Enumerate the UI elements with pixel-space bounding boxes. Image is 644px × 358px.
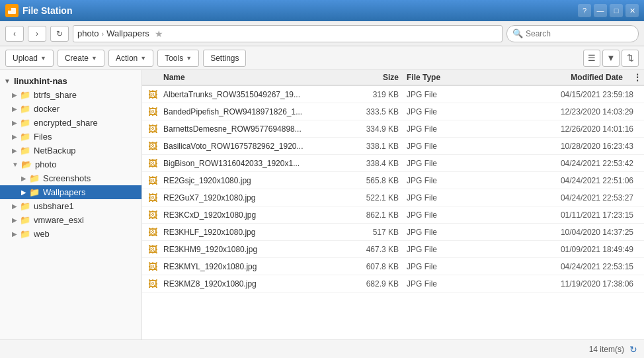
file-name: RE3KMZ8_1920x1080.jpg	[163, 279, 341, 289]
file-type: JPG File	[407, 90, 493, 99]
list-view-button[interactable]: ☰	[583, 50, 600, 67]
sidebar-item-usbshare[interactable]: ▶ 📁 usbshare1	[0, 199, 141, 213]
file-date: 01/11/2021 17:23:15	[493, 210, 644, 220]
table-row[interactable]: 🖼 BandedPipefish_ROW9418971826_1... 333.…	[142, 103, 644, 120]
table-row[interactable]: 🖼 RE3KMZ8_1920x1080.jpg 682.9 KB JPG Fil…	[142, 275, 644, 292]
tools-button[interactable]: Tools ▼	[157, 50, 199, 67]
refresh-button[interactable]: ↻	[50, 26, 69, 42]
file-date: 11/19/2020 17:38:06	[493, 279, 644, 289]
create-label: Create	[65, 54, 89, 63]
table-row[interactable]: 🖼 RE2GuX7_1920x1080.jpg 522.1 KB JPG Fil…	[142, 189, 644, 206]
col-header-date[interactable]: Modified Date	[493, 73, 633, 82]
folder-icon-web: 📁	[20, 229, 30, 239]
file-date: 04/24/2021 22:53:27	[493, 193, 644, 202]
forward-button[interactable]: ›	[28, 26, 46, 42]
encrypted-arrow: ▶	[12, 119, 17, 126]
file-size: 862.1 KB	[341, 210, 407, 220]
sidebar-label-usbshare: usbshare1	[34, 201, 74, 211]
table-row[interactable]: 🖼 RE3KHLF_1920x1080.jpg 517 KB JPG File …	[142, 224, 644, 241]
sidebar-item-encrypted-share[interactable]: ▶ 📁 encrypted_share	[0, 116, 141, 130]
sidebar-label-screenshots: Screenshots	[43, 173, 91, 183]
view-more-button[interactable]: ▼	[602, 50, 620, 67]
file-name: BarnettsDemesne_ROW9577694898...	[163, 124, 341, 134]
table-row[interactable]: 🖼 RE3KCxD_1920x1080.jpg 862.1 KB JPG Fil…	[142, 206, 644, 224]
sidebar-item-screenshots[interactable]: ▶ 📁 Screenshots	[0, 171, 141, 185]
folder-icon-docker: 📁	[20, 104, 30, 114]
file-icon: 🖼	[142, 261, 163, 272]
usbshare-arrow: ▶	[12, 202, 17, 210]
sidebar-item-web[interactable]: ▶ 📁 web	[0, 227, 141, 241]
table-row[interactable]: 🖼 BigBison_ROW1316042033_1920x1... 338.4…	[142, 155, 644, 172]
file-date: 10/04/2020 14:37:25	[493, 228, 644, 237]
btrfs-arrow: ▶	[12, 91, 17, 99]
file-name: RE2Gsjc_1920x1080.jpg	[163, 176, 341, 185]
create-button[interactable]: Create ▼	[58, 50, 104, 67]
root-arrow: ▼	[4, 77, 11, 85]
screenshots-arrow: ▶	[21, 175, 26, 182]
file-name: BigBison_ROW1316042033_1920x1...	[163, 159, 341, 168]
search-icon: 🔍	[512, 28, 523, 38]
sidebar-item-photo[interactable]: ▼ 📂 photo	[0, 157, 141, 171]
table-row[interactable]: 🖼 AlbertaTrunks_ROW3515049267_19... 319 …	[142, 86, 644, 103]
col-header-size[interactable]: Size	[341, 73, 407, 82]
file-size: 522.1 KB	[341, 193, 407, 202]
table-row[interactable]: 🖼 RE2Gsjc_1920x1080.jpg 565.8 KB JPG Fil…	[142, 172, 644, 189]
tools-chevron: ▼	[186, 55, 192, 62]
file-type: JPG File	[407, 124, 493, 134]
svg-rect-1	[8, 8, 11, 11]
refresh-status-button[interactable]: ↻	[629, 344, 637, 355]
web-arrow: ▶	[12, 230, 17, 238]
file-name: RE2GuX7_1920x1080.jpg	[163, 193, 341, 202]
sidebar-label-photo: photo	[35, 159, 57, 169]
sidebar-item-btrfs-share[interactable]: ▶ 📁 btrfs_share	[0, 88, 141, 102]
maximize-button[interactable]: □	[610, 4, 623, 17]
col-header-name[interactable]: Name	[142, 73, 341, 82]
table-row[interactable]: 🖼 RE3KHM9_1920x1080.jpg 467.3 KB JPG Fil…	[142, 241, 644, 258]
search-input[interactable]	[526, 29, 633, 38]
file-icon: 🖼	[142, 193, 163, 203]
file-list-body: 🖼 AlbertaTrunks_ROW3515049267_19... 319 …	[142, 86, 644, 339]
file-name: RE3KHM9_1920x1080.jpg	[163, 245, 341, 254]
sidebar-item-vmware[interactable]: ▶ 📁 vmware_esxi	[0, 213, 141, 227]
back-button[interactable]: ‹	[5, 26, 24, 42]
upload-button[interactable]: Upload ▼	[5, 50, 54, 67]
sidebar-item-netbackup[interactable]: ▶ 📁 NetBackup	[0, 144, 141, 157]
col-header-type[interactable]: File Type	[407, 73, 493, 82]
file-type: JPG File	[407, 279, 493, 289]
table-row[interactable]: 🖼 BasilicaVoto_ROW1675782962_1920... 338…	[142, 138, 644, 155]
minimize-button[interactable]: —	[594, 4, 607, 17]
file-icon: 🖼	[142, 227, 163, 238]
sidebar-item-docker[interactable]: ▶ 📁 docker	[0, 102, 141, 116]
sidebar-item-wallpapers[interactable]: ▶ 📁 Wallpapers	[0, 185, 141, 199]
netbackup-arrow: ▶	[12, 147, 17, 154]
search-box[interactable]: 🔍	[506, 25, 639, 42]
action-toolbar: Upload ▼ Create ▼ Action ▼ Tools ▼ Setti…	[0, 46, 644, 70]
file-type: JPG File	[407, 245, 493, 254]
file-type: JPG File	[407, 228, 493, 237]
file-icon: 🖼	[142, 141, 163, 152]
nav-toolbar: ‹ › ↻ photo › Wallpapers ★ 🔍	[0, 21, 644, 46]
table-row[interactable]: 🖼 RE3KMYL_1920x1080.jpg 607.8 KB JPG Fil…	[142, 258, 644, 275]
help-button[interactable]: ?	[578, 4, 591, 17]
col-header-menu: ⋮	[633, 73, 644, 82]
folder-icon-vmware: 📁	[20, 215, 30, 225]
file-name: BandedPipefish_ROW9418971826_1...	[163, 107, 341, 116]
close-button[interactable]: ✕	[625, 4, 639, 17]
file-list-header: Name Size File Type Modified Date ⋮	[142, 70, 644, 86]
view-buttons: ☰ ▼ ⇅	[583, 50, 639, 67]
file-icon: 🖼	[142, 175, 163, 186]
sidebar: ▼ linuxhint-nas ▶ 📁 btrfs_share ▶ 📁 dock…	[0, 70, 142, 339]
table-row[interactable]: 🖼 BarnettsDemesne_ROW9577694898... 334.9…	[142, 120, 644, 138]
action-label: Action	[116, 54, 138, 63]
address-separator: ›	[102, 30, 104, 38]
file-size: 319 KB	[341, 90, 407, 99]
sidebar-root[interactable]: ▼ linuxhint-nas	[0, 74, 141, 88]
sidebar-item-files[interactable]: ▶ 📁 Files	[0, 130, 141, 144]
action-button[interactable]: Action ▼	[108, 50, 153, 67]
settings-button[interactable]: Settings	[203, 50, 246, 67]
window-controls: ? — □ ✕	[578, 4, 639, 17]
bookmark-icon[interactable]: ★	[155, 28, 163, 39]
title-bar-left: File Station	[5, 4, 72, 17]
sort-button[interactable]: ⇅	[622, 50, 639, 67]
file-icon: 🖼	[142, 158, 163, 169]
